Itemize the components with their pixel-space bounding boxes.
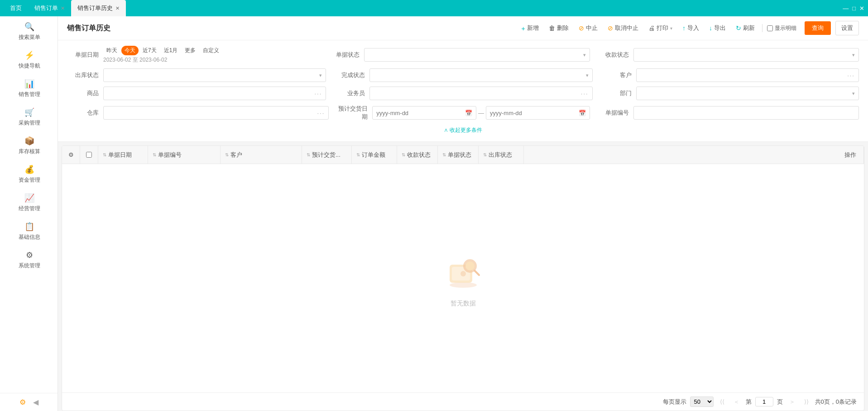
goods-field[interactable]: ··· [103, 87, 326, 100]
import-button[interactable]: ↑ 导入 [680, 22, 702, 34]
first-page-btn[interactable]: ⟨⟨ [717, 397, 727, 406]
sidebar-item-quick-nav[interactable]: ⚡ 快捷导航 [0, 45, 58, 73]
sidebar-item-search[interactable]: 🔍 搜索菜单 [0, 16, 58, 45]
sort-date-icon[interactable]: ⇅ [103, 152, 106, 157]
collapse-bar[interactable]: ∧ 收起更多条件 [67, 125, 859, 136]
th-settings[interactable]: ⚙ [62, 146, 80, 164]
dept-field[interactable]: ▾ [636, 87, 859, 100]
delivery-date-to-field[interactable]: 📅 [486, 106, 590, 120]
per-page-select[interactable]: 50 10 20 100 [690, 396, 714, 407]
bill-no-input[interactable] [638, 110, 855, 116]
sort-outstock-icon[interactable]: ⇅ [483, 152, 487, 157]
goods-input[interactable] [107, 90, 314, 97]
customer-field[interactable]: ··· [636, 68, 859, 82]
display-toggle-checkbox[interactable] [767, 25, 773, 31]
sidebar-item-operations[interactable]: 📈 经营管理 [0, 188, 58, 216]
date-btn-today[interactable]: 今天 [121, 46, 139, 55]
window-close[interactable]: ✕ [859, 5, 864, 12]
tab-sales-history-close[interactable]: ✕ [115, 5, 120, 11]
sidebar-item-system[interactable]: ⚙ 系统管理 [0, 245, 58, 273]
complete-field[interactable]: ▾ [369, 68, 592, 82]
tab-sales-order-close[interactable]: ✕ [61, 5, 65, 11]
prev-page-btn[interactable]: ＜ [731, 397, 742, 407]
filter-row-4: 仓库 ··· 预计交货日期 📅 — 📅 [67, 105, 859, 121]
sidebar-item-inventory[interactable]: 📦 库存核算 [0, 131, 58, 159]
salesman-input[interactable] [374, 90, 580, 97]
warehouse-input[interactable] [107, 110, 317, 116]
delivery-date-from-field[interactable]: 📅 [372, 106, 476, 120]
sort-delivery-icon[interactable]: ⇅ [307, 152, 310, 157]
sidebar-settings-icon[interactable]: ⚙ [19, 398, 26, 406]
date-btn-custom[interactable]: 自定义 [200, 46, 222, 55]
customer-input[interactable] [640, 72, 847, 79]
tab-sales-order[interactable]: 销售订单 ✕ [28, 0, 71, 16]
dept-arrow[interactable]: ▾ [852, 91, 855, 97]
sort-amount-icon[interactable]: ⇅ [356, 152, 360, 157]
sidebar-item-sales[interactable]: 📊 销售管理 [0, 73, 58, 102]
sidebar-collapse-icon[interactable]: ◀ [33, 398, 38, 406]
window-min[interactable]: — [843, 5, 849, 12]
bill-status-input[interactable] [368, 52, 583, 58]
out-stock-input[interactable] [107, 72, 319, 79]
print-dropdown-icon[interactable]: ▾ [670, 26, 672, 31]
delivery-date-to[interactable] [490, 110, 579, 116]
bill-no-field[interactable] [633, 106, 859, 120]
sidebar-item-finance[interactable]: 💰 资金管理 [0, 159, 58, 188]
query-button[interactable]: 查询 [805, 21, 831, 35]
last-page-btn[interactable]: ⟩⟩ [801, 397, 811, 406]
receipt-status-field[interactable]: ▾ [633, 48, 859, 62]
complete-label: 完成状态 [333, 71, 369, 79]
new-button[interactable]: + 新增 [518, 22, 542, 34]
settings-gear-icon[interactable]: ⚙ [68, 151, 74, 158]
goods-dots[interactable]: ··· [314, 90, 322, 97]
th-checkbox[interactable] [80, 146, 98, 164]
out-stock-field[interactable]: ▾ [103, 68, 326, 82]
complete-input[interactable] [374, 72, 585, 79]
page-number-input[interactable] [755, 397, 773, 406]
date-btn-yesterday[interactable]: 昨天 [103, 46, 120, 55]
cancel-stop-button[interactable]: ⊘ 取消中止 [605, 22, 641, 34]
tab-home[interactable]: 首页 [4, 0, 28, 16]
stop-button[interactable]: ⊘ 中止 [576, 22, 600, 34]
sidebar-item-search-label: 搜索菜单 [19, 34, 40, 41]
date-btn-more[interactable]: 更多 [182, 46, 199, 55]
settings-button[interactable]: 设置 [835, 21, 859, 35]
sort-status-icon[interactable]: ⇅ [442, 152, 446, 157]
export-button[interactable]: ↓ 导出 [706, 22, 729, 34]
bill-status-arrow[interactable]: ▾ [583, 52, 586, 58]
calendar-from-icon[interactable]: 📅 [465, 110, 472, 116]
window-max[interactable]: □ [852, 5, 856, 12]
tab-sales-history[interactable]: 销售订单历史 ✕ [71, 0, 126, 16]
sidebar-item-purchase[interactable]: 🛒 采购管理 [0, 102, 58, 131]
date-btn-1month[interactable]: 近1月 [161, 46, 181, 55]
sidebar-item-basic-info[interactable]: 📋 基础信息 [0, 216, 58, 245]
th-receipt: ⇅ 收款状态 [397, 146, 438, 164]
customer-dots[interactable]: ··· [847, 72, 855, 79]
salesman-dots[interactable]: ··· [581, 90, 589, 97]
sort-docno-icon[interactable]: ⇅ [153, 152, 156, 157]
dept-label: 部门 [600, 89, 636, 97]
delivery-date-from[interactable] [376, 110, 465, 116]
refresh-button[interactable]: ↻ 刷新 [733, 22, 758, 34]
complete-arrow[interactable]: ▾ [586, 73, 589, 78]
dept-input[interactable] [640, 90, 852, 97]
sort-customer-icon[interactable]: ⇅ [225, 152, 229, 157]
th-docno-label: 单据编号 [158, 151, 182, 159]
out-stock-arrow[interactable]: ▾ [319, 73, 322, 78]
next-page-btn[interactable]: ＞ [786, 397, 798, 407]
print-button[interactable]: 🖨 打印 ▾ [646, 22, 675, 34]
total-text: 共0页，0条记录 [815, 398, 857, 406]
tab-home-label: 首页 [10, 4, 22, 12]
date-btn-7days[interactable]: 近7天 [139, 46, 160, 55]
bill-status-field[interactable]: ▾ [364, 48, 590, 62]
receipt-status-input[interactable] [638, 52, 852, 58]
sort-receipt-icon[interactable]: ⇅ [402, 152, 405, 157]
salesman-field[interactable]: ··· [369, 87, 592, 100]
warehouse-dots[interactable]: ··· [317, 110, 325, 116]
delete-button[interactable]: 🗑 删除 [546, 22, 571, 34]
receipt-status-arrow[interactable]: ▾ [852, 52, 855, 58]
select-all-checkbox[interactable] [86, 152, 92, 158]
calendar-to-icon[interactable]: 📅 [579, 110, 586, 116]
operations-icon: 📈 [24, 193, 34, 203]
warehouse-field[interactable]: ··· [103, 106, 329, 120]
